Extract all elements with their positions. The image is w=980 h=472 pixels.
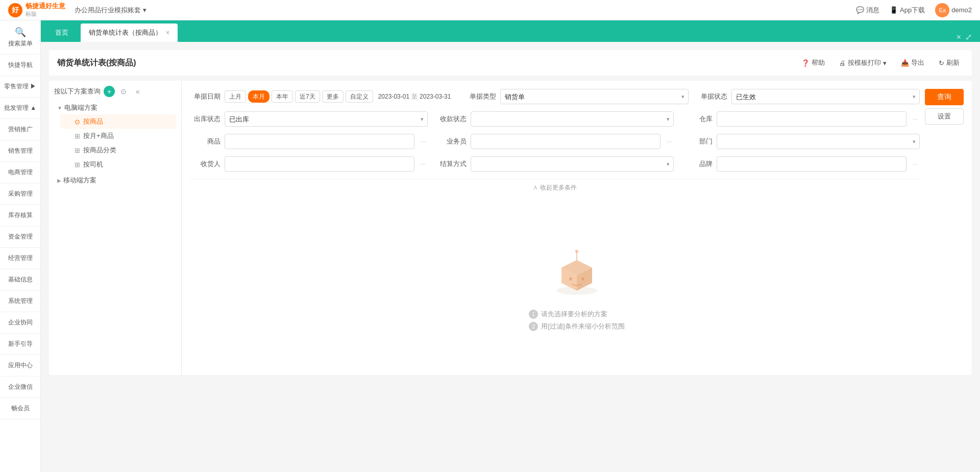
print-btn[interactable]: 🖨 按模板打印 ▾: [835, 56, 891, 69]
message-icon: 💬: [856, 6, 864, 14]
doctype-select-wrap: 销货单 ▾: [500, 89, 689, 104]
sidebar-item-stock[interactable]: 库存核算: [0, 205, 40, 226]
scheme-header: 按以下方案查询 + ⊙ «: [54, 86, 176, 97]
scheme-group-desktop: ▼ 电脑端方案 ⊙ 按商品 ⊞: [54, 101, 176, 172]
receiver-input[interactable]: [225, 156, 414, 172]
date-btn-thisyear[interactable]: 本年: [272, 90, 293, 103]
tab-home[interactable]: 首页: [45, 23, 79, 42]
docstatus-label: 单据状态: [697, 92, 727, 101]
date-btn-7days[interactable]: 近7天: [295, 90, 320, 103]
sidebar-item-quick[interactable]: 快捷导航: [0, 55, 40, 76]
tab-home-label: 首页: [55, 28, 68, 37]
help-icon: ❓: [801, 59, 810, 67]
date-btn-custom[interactable]: 自定义: [346, 90, 373, 103]
message-btn[interactable]: 💬 消息: [856, 6, 879, 15]
sidebar-item-search[interactable]: 🔍 搜索菜单: [0, 20, 40, 55]
sidebar-item-ecom[interactable]: 电商管理: [0, 162, 40, 183]
goods-label: 商品: [190, 137, 220, 146]
tab-close-all-btn[interactable]: ×: [957, 33, 961, 42]
sidebar-item-sales[interactable]: 销售管理: [0, 140, 40, 162]
logo-text: 畅捷通好生意: [26, 2, 65, 10]
warehouse-label: 仓库: [682, 114, 713, 124]
filter-warehouse-field: 仓库 ···: [682, 111, 920, 127]
paymentstatus-select[interactable]: [471, 111, 674, 127]
search-icon: 🔍: [2, 27, 38, 38]
sidebar-item-guide[interactable]: 新手引导: [0, 334, 40, 355]
industry-selector[interactable]: 办公用品行业模拟账套 ▾: [70, 4, 151, 17]
refresh-btn[interactable]: ↻ 刷新: [935, 56, 964, 69]
sidebar-item-system[interactable]: 系统管理: [0, 291, 40, 312]
date-label: 单据日期: [190, 92, 220, 101]
scheme-group-desktop-header[interactable]: ▼ 电脑端方案: [54, 101, 176, 114]
paymentstatus-select-wrap: ▾: [471, 111, 674, 127]
filter-receiver-field: 收货人 ···: [190, 156, 428, 172]
scheme-collapse-btn[interactable]: «: [132, 86, 143, 97]
avatar: Ea: [935, 3, 949, 17]
paymentmethod-select[interactable]: [471, 156, 674, 172]
page-actions: ❓ 帮助 🖨 按模板打印 ▾ 📥 导出 ↻: [797, 56, 964, 69]
sidebar-item-retail[interactable]: 零售管理 ▶: [0, 76, 40, 98]
sidebar-item-marketing[interactable]: 营销推广: [0, 119, 40, 140]
scheme-sub-desktop: ⊙ 按商品 ⊞ 按月+商品 ⊞ 按商品分类: [54, 114, 176, 172]
scheme-panel: 按以下方案查询 + ⊙ « ▼ 电脑端方案: [49, 81, 182, 375]
scheme-group-mobile-header[interactable]: ▶ 移动端方案: [54, 174, 176, 187]
brand-more-btn[interactable]: ···: [911, 160, 920, 168]
tab-bar: 首页 销货单统计表（按商品） × × ⤢: [41, 20, 980, 42]
department-select[interactable]: [717, 134, 920, 149]
date-btn-lastmonth[interactable]: 上月: [225, 90, 246, 103]
sidebar-item-member[interactable]: 畅会员: [0, 398, 40, 419]
settings-btn[interactable]: 设置: [925, 108, 964, 125]
warehouse-input[interactable]: [717, 111, 906, 127]
svg-point-8: [575, 250, 578, 253]
user-label: demo2: [951, 6, 972, 14]
scheme-item-by-category[interactable]: ⊞ 按商品分类: [60, 143, 176, 157]
filter-row-3: 商品 ··· 业务员 ···: [190, 134, 920, 149]
filter-row-4: 收货人 ··· 结算方式: [190, 156, 920, 172]
date-btn-more[interactable]: 更多: [322, 90, 344, 103]
outstatus-select-wrap: 已出库 ▾: [225, 111, 428, 127]
scheme-edit-btn[interactable]: ⊙: [118, 86, 129, 97]
svg-point-6: [581, 277, 584, 280]
outstatus-select[interactable]: 已出库: [225, 111, 428, 127]
salesman-more-btn[interactable]: ···: [665, 138, 674, 145]
scheme-add-btn[interactable]: +: [104, 86, 115, 97]
empty-hint-1: 1 请先选择要分析的方案: [529, 310, 624, 319]
filter-department-field: 部门 ▾: [682, 134, 920, 149]
sidebar-item-wholesale[interactable]: 批发管理 ▲: [0, 98, 40, 119]
goods-more-btn[interactable]: ···: [419, 138, 428, 145]
sidebar-item-purchase[interactable]: 采购管理: [0, 183, 40, 205]
query-btn[interactable]: 查询: [925, 89, 964, 105]
scheme-item-by-goods[interactable]: ⊙ 按商品: [60, 114, 176, 129]
export-btn[interactable]: 📥 导出: [897, 56, 928, 69]
date-btn-thismonth[interactable]: 本月: [248, 90, 270, 103]
sidebar-item-apps[interactable]: 应用中心: [0, 355, 40, 376]
print-icon: 🖨: [839, 59, 846, 67]
tab-active[interactable]: 销货单统计表（按商品） ×: [81, 23, 178, 42]
help-btn[interactable]: ❓ 帮助: [797, 56, 829, 69]
receiver-more-btn[interactable]: ···: [419, 160, 428, 168]
sidebar-item-enterprise[interactable]: 企业协同: [0, 312, 40, 334]
user-profile[interactable]: Ea demo2: [935, 3, 972, 17]
doctype-label: 单据类型: [465, 92, 496, 101]
sidebar-item-basic[interactable]: 基础信息: [0, 269, 40, 291]
goods-input[interactable]: [225, 134, 414, 149]
scheme-item-by-driver[interactable]: ⊞ 按司机: [60, 157, 176, 172]
collapse-row[interactable]: ∧ 收起更多条件: [190, 179, 920, 194]
sidebar-item-wechat[interactable]: 企业微信: [0, 376, 40, 398]
refresh-icon: ↻: [939, 59, 944, 67]
brand-input[interactable]: [717, 156, 906, 172]
sidebar-item-finance[interactable]: 资金管理: [0, 226, 40, 248]
main-panel: 按以下方案查询 + ⊙ « ▼ 电脑端方案: [49, 81, 972, 375]
sidebar-item-operation[interactable]: 经营管理: [0, 248, 40, 269]
doctype-select[interactable]: 销货单: [500, 89, 689, 104]
salesman-input[interactable]: [471, 134, 660, 149]
scheme-group-mobile: ▶ 移动端方案: [54, 174, 176, 187]
docstatus-select[interactable]: 已生效: [731, 89, 920, 104]
paymentmethod-label: 结算方式: [436, 159, 467, 169]
app-download-btn[interactable]: 📱 App下载: [890, 6, 925, 15]
scheme-item-by-month-goods[interactable]: ⊞ 按月+商品: [60, 129, 176, 143]
tab-expand-btn[interactable]: ⤢: [965, 32, 972, 42]
tab-close-btn[interactable]: ×: [166, 29, 169, 36]
warehouse-more-btn[interactable]: ···: [911, 115, 920, 123]
empty-hints: 1 请先选择要分析的方案 2 用[过滤]条件来缩小分析范围: [529, 310, 624, 334]
